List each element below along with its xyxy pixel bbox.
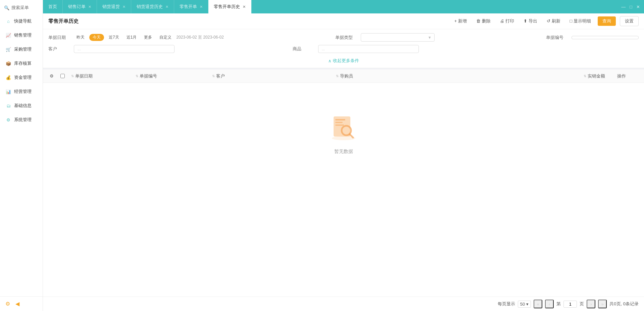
customer-label: 客户 [48,46,68,52]
sidebar-nav-item-finance[interactable]: 💰 资金管理 [0,70,43,85]
th-amount-label: 实销金额 [588,73,605,79]
page-prev-btn[interactable]: ‹ [545,300,554,308]
total-text: 共0页, 0条记录 [609,301,639,307]
date-btn-last7[interactable]: 近7天 [106,34,122,41]
window-maximize-btn[interactable]: □ [630,4,632,9]
per-page-value: 50 [520,302,525,307]
th-date[interactable]: ⇅ 单据日期 [68,73,133,79]
tab-retail-open-label: 零售开单 [180,4,197,10]
sidebar-settings-icon[interactable]: ⚙ [5,301,10,307]
page-suffix: 页 [580,301,584,307]
per-page-select[interactable]: 50 ▾ [518,301,531,308]
sidebar-collapse-icon[interactable]: ◀ [15,301,19,307]
settings-button[interactable]: 设置 [620,16,639,26]
empty-state: 暂无数据 [43,83,644,182]
sort-guide-icon: ⇅ [336,74,339,78]
bill-type-select[interactable]: ▾ [361,33,435,42]
home-icon: ⌂ [5,18,11,24]
bill-no-label: 单据编号 [546,35,566,41]
delete-button[interactable]: 🗑 删除 [474,17,493,25]
filter-row-2: 客户 ... 商品 ... [48,45,639,53]
show-detail-button[interactable]: □ 显示明细 [567,17,594,25]
date-btn-yesterday[interactable]: 昨天 [74,34,87,41]
tab-retail-open-history[interactable]: 零售开单历史 ✕ [208,0,251,13]
per-page-label: 每页显示 [498,301,515,307]
nav-label-sales: 销售管理 [14,32,32,38]
th-no[interactable]: ⇅ 单据编号 [133,73,209,79]
sidebar-nav-item-inventory[interactable]: 📦 库存核算 [0,56,43,70]
sidebar-nav-item-purchase-mgmt[interactable]: 🛒 采购管理 [0,42,43,56]
th-guide-label: 导购员 [340,73,353,79]
tab-sales-order-label: 销售订单 [68,4,86,10]
sidebar-bottom: ⚙ ◀ [0,296,43,311]
finance-icon: 💰 [5,74,11,81]
refresh-button[interactable]: ↺ 刷新 [544,17,563,25]
customer-input[interactable]: ... [74,45,175,53]
tab-retail-open-history-close[interactable]: ✕ [243,5,246,9]
add-button[interactable]: + 新增 [452,17,469,25]
empty-icon [327,110,360,143]
window-minimize-btn[interactable]: — [621,4,626,9]
bill-no-input[interactable] [572,36,639,39]
date-btn-last-month[interactable]: 近1月 [124,34,140,41]
date-btn-more[interactable]: 更多 [141,34,155,41]
tab-sales-return[interactable]: 销货退货 ✕ [97,0,131,13]
date-btn-today[interactable]: 今天 [89,34,104,41]
filter-row-1: 单据日期 昨天 今天 近7天 近1月 更多 自定义 2023-06-02 至 2… [48,33,639,42]
query-button[interactable]: 查询 [598,16,616,26]
tab-home[interactable]: 首页 [43,0,63,13]
tab-sales-return-history-close[interactable]: ✕ [165,5,168,9]
system-icon: ⚙ [5,117,11,123]
date-group: 昨天 今天 近7天 近1月 更多 自定义 2023-06-02 至 2023-0… [74,34,224,41]
sort-amount-icon: ⇅ [584,74,586,78]
th-settings[interactable]: ⚙ [46,73,58,79]
sidebar-nav-item-sales-mgmt[interactable]: 📈 销售管理 [0,28,43,42]
tab-retail-open[interactable]: 零售开单 ✕ [174,0,208,13]
th-action: 操作 [614,73,641,79]
sidebar-nav-item-quick-nav[interactable]: ⌂ 快捷导航 [0,14,43,28]
nav-label-operations: 经营管理 [14,89,32,95]
svg-rect-3 [335,122,343,123]
toolbar-actions: + 新增 🗑 删除 🖨 打印 ⬆ 导出 ↺ 刷新 □ 显示明细 查询 设置 [452,16,639,26]
table-settings-icon: ⚙ [50,73,54,79]
tab-bar: 首页 销售订单 ✕ 销货退货 ✕ 销货退货历史 ✕ 零售开单 ✕ 零售开单历史 … [43,0,644,13]
sidebar-nav-item-operations[interactable]: 📊 经营管理 [0,85,43,99]
tab-sales-return-history[interactable]: 销货退货历史 ✕ [131,0,174,13]
window-close-btn[interactable]: ✕ [636,4,640,9]
page-last-btn[interactable]: » [598,300,607,308]
tab-retail-open-history-label: 零售开单历史 [214,4,240,10]
tab-retail-open-close[interactable]: ✕ [200,5,203,9]
print-button[interactable]: 🖨 打印 [497,17,517,25]
tab-sales-return-label: 销货退货 [102,4,120,10]
th-amount[interactable]: ⇅ 实销金额 [581,73,614,79]
th-guide[interactable]: ⇅ 导购员 [333,73,398,79]
collapse-label: 收起更多条件 [333,58,359,64]
export-button[interactable]: ⬆ 导出 [521,17,540,25]
goods-input[interactable]: ... [318,45,419,53]
inventory-icon: 📦 [5,60,11,66]
collapse-icon: ∧ [328,58,332,63]
th-date-label: 单据日期 [75,73,93,79]
th-checkbox[interactable] [58,74,68,78]
nav-label-basic-info: 基础信息 [14,103,32,109]
page-label: 第 [556,301,561,307]
goods-dots: ... [322,47,325,51]
collapse-btn[interactable]: ∧ 收起更多条件 [48,56,639,65]
th-customer[interactable]: ⇅ 客户 [209,73,333,79]
sidebar-search[interactable]: 🔍 搜索采单 [0,0,43,14]
bill-type-dropdown-icon: ▾ [429,35,431,40]
page-input[interactable] [563,301,577,308]
table-header: ⚙ ⇅ 单据日期 ⇅ 单据编号 ⇅ 客户 ⇅ 导购员 ⇅ [43,69,644,83]
tab-sales-order[interactable]: 销售订单 ✕ [63,0,97,13]
page-first-btn[interactable]: « [534,300,542,308]
date-btn-custom[interactable]: 自定义 [157,34,174,41]
sidebar-nav-item-system[interactable]: ⚙ 系统管理 [0,113,43,127]
tab-sales-order-close[interactable]: ✕ [88,5,91,9]
page-next-btn[interactable]: › [587,300,595,308]
sort-customer-icon: ⇅ [212,74,215,78]
th-action-label: 操作 [617,73,626,79]
tab-sales-return-close[interactable]: ✕ [122,5,126,9]
sidebar-nav-item-basic-info[interactable]: 🗂 基础信息 [0,99,43,113]
select-all-checkbox[interactable] [60,74,65,78]
nav-label-finance: 资金管理 [14,74,32,81]
